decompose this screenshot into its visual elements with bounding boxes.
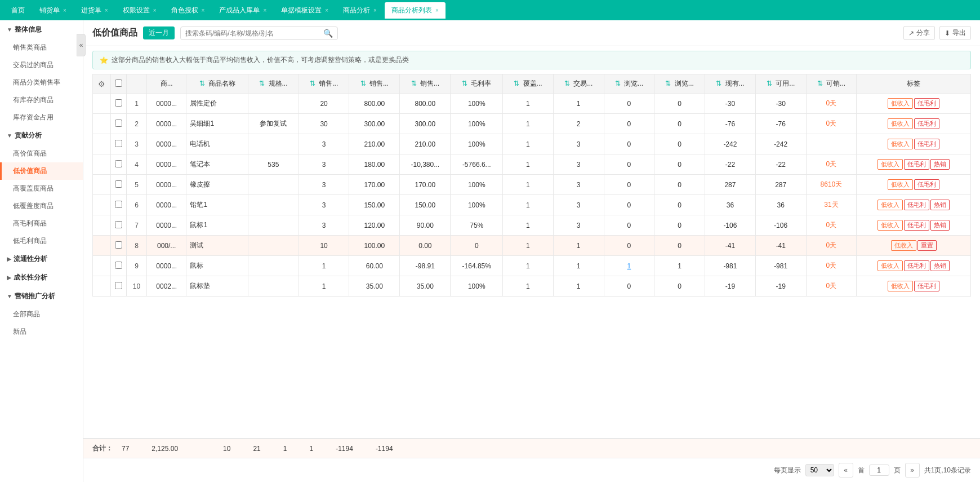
- cell-browse1: 0: [604, 154, 654, 175]
- browse-link[interactable]: 1: [627, 262, 631, 270]
- sidebar-section-contribution[interactable]: ▼ 贡献分析: [0, 126, 83, 145]
- nav-close-permission[interactable]: ×: [153, 7, 157, 14]
- sidebar-section-marketing[interactable]: ▼ 营销推广分析: [0, 287, 83, 306]
- sort-icon-12[interactable]: ⇅: [767, 79, 772, 87]
- sort-icon-8[interactable]: ⇅: [564, 79, 570, 87]
- sidebar-collapse-btn[interactable]: «: [77, 34, 86, 56]
- sidebar-section-overview[interactable]: ▼ 整体信息: [0, 20, 83, 39]
- table-row: 3 0000... 电话机 3 210.00 210.00 100% 1 3 0…: [93, 134, 971, 154]
- sidebar-item-stock-products[interactable]: 有库存的商品: [0, 91, 83, 109]
- arrow-icon-2: ▼: [7, 132, 12, 139]
- nav-permission[interactable]: 权限设置 ×: [116, 2, 163, 19]
- row-checkbox[interactable]: [115, 120, 122, 127]
- search-icon[interactable]: 🔍: [323, 29, 333, 38]
- cell-checkbox[interactable]: [111, 276, 127, 297]
- sort-icon-11[interactable]: ⇅: [716, 79, 721, 87]
- sort-icon-5[interactable]: ⇅: [411, 79, 417, 87]
- sort-icon-2[interactable]: ⇅: [259, 79, 265, 87]
- sidebar-section-growth[interactable]: ▶ 成长性分析: [0, 268, 83, 287]
- table-row: 7 0000... 鼠标1 3 120.00 90.00 75% 1 3 0 0…: [93, 215, 971, 236]
- first-page-btn[interactable]: «: [839, 463, 853, 477]
- row-checkbox[interactable]: [115, 282, 122, 289]
- header-actions: ↗ 分享 ⬇ 导出: [903, 26, 971, 40]
- cell-browse1: 0: [604, 215, 654, 236]
- first-page-icon: «: [844, 466, 848, 474]
- sidebar-item-category-rate[interactable]: 商品分类销售率: [0, 74, 83, 91]
- sort-icon-9[interactable]: ⇅: [615, 79, 621, 87]
- nav-analysis-list[interactable]: 商品分析列表 ×: [385, 2, 446, 19]
- cell-checkbox[interactable]: [111, 236, 127, 256]
- cell-no: 1: [127, 94, 147, 114]
- cell-checkbox[interactable]: [111, 256, 127, 276]
- checkbox-all[interactable]: [115, 79, 122, 87]
- cell-name: 测试: [186, 236, 248, 256]
- nav-template[interactable]: 单据模板设置 ×: [274, 2, 335, 19]
- sidebar-item-low-margin[interactable]: 低毛利商品: [0, 232, 83, 250]
- sidebar-item-new-products[interactable]: 新品: [0, 323, 83, 341]
- sort-icon[interactable]: ⇅: [199, 79, 205, 87]
- col-checkbox-all[interactable]: [111, 74, 127, 94]
- sidebar-item-high-value[interactable]: 高价值商品: [0, 145, 83, 162]
- cell-checkbox[interactable]: [111, 175, 127, 195]
- date-filter-btn[interactable]: 近一月: [143, 26, 175, 39]
- cell-checkbox[interactable]: [111, 195, 127, 215]
- sidebar-item-high-margin[interactable]: 高毛利商品: [0, 215, 83, 232]
- sort-icon-6[interactable]: ⇅: [462, 79, 467, 87]
- sort-icon-10[interactable]: ⇅: [665, 79, 671, 87]
- settings-icon[interactable]: ⚙: [98, 79, 105, 89]
- cell-col3: 0.00: [400, 236, 451, 256]
- sidebar-item-traded-products[interactable]: 交易过的商品: [0, 56, 83, 74]
- next-page-btn[interactable]: »: [905, 463, 920, 477]
- export-btn[interactable]: ⬇ 导出: [939, 26, 971, 40]
- row-checkbox[interactable]: [115, 140, 122, 147]
- row-checkbox[interactable]: [115, 180, 122, 188]
- tag-label: 低毛利: [914, 118, 939, 129]
- cell-coverage: 1: [503, 94, 554, 114]
- sidebar-item-stock-fund[interactable]: 库存资金占用: [0, 109, 83, 126]
- sidebar-item-sales-products[interactable]: 销售类商品: [0, 39, 83, 56]
- nav-inventory[interactable]: 产成品入库单 ×: [212, 2, 273, 19]
- sidebar-item-low-coverage[interactable]: 低覆盖度商品: [0, 197, 83, 215]
- nav-close-sales[interactable]: ×: [63, 7, 66, 14]
- nav-close-analysis-list[interactable]: ×: [435, 7, 439, 14]
- cell-tags: 低收入低毛利: [857, 175, 971, 195]
- nav-role[interactable]: 角色授权 ×: [164, 2, 212, 19]
- nav-close-purchase[interactable]: ×: [105, 7, 108, 14]
- sidebar-item-low-value[interactable]: 低价值商品: [0, 162, 83, 180]
- row-checkbox[interactable]: [115, 99, 122, 107]
- nav-close-inventory[interactable]: ×: [263, 7, 266, 14]
- cell-checkbox[interactable]: [111, 154, 127, 175]
- share-btn[interactable]: ↗ 分享: [903, 26, 935, 40]
- search-box: 🔍: [180, 26, 338, 40]
- nav-purchase[interactable]: 进货单 ×: [74, 2, 115, 19]
- cell-checkbox[interactable]: [111, 94, 127, 114]
- row-checkbox[interactable]: [115, 241, 122, 249]
- row-checkbox[interactable]: [115, 160, 122, 167]
- sort-icon-13[interactable]: ⇅: [817, 79, 823, 87]
- nav-home[interactable]: 首页: [5, 2, 32, 19]
- cell-checkbox[interactable]: [111, 215, 127, 236]
- sidebar-item-high-coverage[interactable]: 高覆盖度商品: [0, 180, 83, 197]
- nav-analysis[interactable]: 商品分析 ×: [336, 2, 384, 19]
- col-settings[interactable]: ⚙: [93, 74, 111, 94]
- row-checkbox[interactable]: [115, 201, 122, 208]
- cell-checkbox[interactable]: [111, 114, 127, 134]
- cell-browse1: 0: [604, 114, 654, 134]
- cell-stock2: 36: [755, 195, 806, 215]
- page-number-input[interactable]: 1: [869, 465, 889, 476]
- sidebar-section-flow[interactable]: ▶ 流通性分析: [0, 250, 83, 268]
- nav-close-template[interactable]: ×: [325, 7, 328, 14]
- sidebar-item-all-products[interactable]: 全部商品: [0, 306, 83, 323]
- row-checkbox[interactable]: [115, 221, 122, 228]
- sort-icon-7[interactable]: ⇅: [514, 79, 519, 87]
- sort-icon-3[interactable]: ⇅: [310, 79, 315, 87]
- nav-sales[interactable]: 销货单 ×: [33, 2, 73, 19]
- nav-close-role[interactable]: ×: [202, 7, 205, 14]
- search-input[interactable]: [185, 29, 321, 37]
- cell-checkbox[interactable]: [111, 134, 127, 154]
- row-checkbox[interactable]: [115, 262, 122, 269]
- per-page-select[interactable]: 50 100 200: [805, 464, 834, 476]
- nav-close-analysis[interactable]: ×: [373, 7, 377, 14]
- sort-icon-4[interactable]: ⇅: [360, 79, 366, 87]
- footer-col2: 2,125.00: [152, 445, 178, 453]
